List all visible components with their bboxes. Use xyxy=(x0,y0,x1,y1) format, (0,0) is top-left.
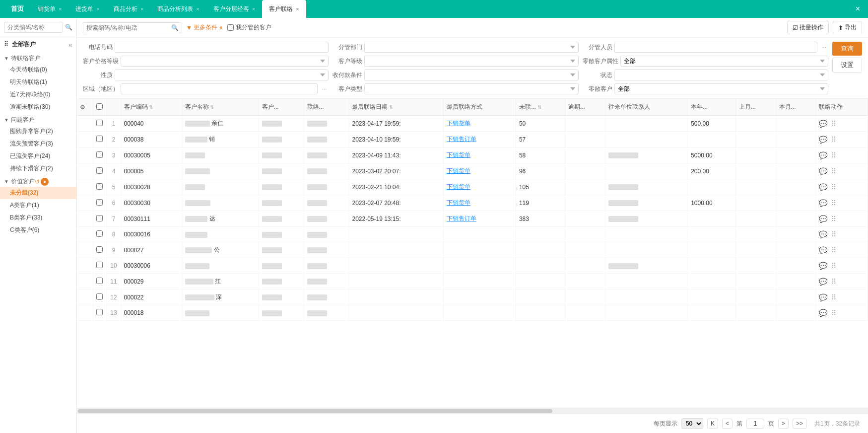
dept-select[interactable] xyxy=(364,42,578,53)
grid-action-icon[interactable]: ⠿ xyxy=(831,309,836,317)
comment-icon[interactable]: 💬 xyxy=(819,309,827,317)
price-grade-select[interactable] xyxy=(121,56,329,67)
contact-method-link[interactable]: 下销货单 xyxy=(447,199,470,206)
row-last-contact-method[interactable]: 下销货单 xyxy=(444,116,516,132)
row-checkbox-cell[interactable] xyxy=(93,274,107,289)
close-customer-contact-tab-icon[interactable]: × xyxy=(296,6,299,12)
person-input[interactable] xyxy=(614,42,817,53)
comment-icon[interactable]: 💬 xyxy=(819,278,827,286)
contact-method-link[interactable]: 下销售订单 xyxy=(447,215,476,222)
row-checkbox[interactable] xyxy=(96,262,103,268)
region-more-icon[interactable]: ··· xyxy=(320,85,329,92)
last-page-button[interactable]: >> xyxy=(793,419,806,429)
sidebar-search-icon[interactable]: 🔍 xyxy=(65,24,72,31)
my-customers-filter[interactable]: 我分管的客户 xyxy=(227,23,271,32)
row-last-contact-method[interactable] xyxy=(444,258,516,274)
page-number-input[interactable] xyxy=(746,419,764,429)
row-last-contact-method[interactable]: 下销货单 xyxy=(444,147,516,163)
window-close-button[interactable]: × xyxy=(852,4,864,13)
col-contact[interactable]: 联络... xyxy=(304,99,349,116)
row-checkbox-cell[interactable] xyxy=(93,211,107,227)
my-customers-checkbox[interactable] xyxy=(227,24,234,31)
comment-icon[interactable]: 💬 xyxy=(819,183,827,191)
first-page-button[interactable]: K xyxy=(707,419,718,429)
row-checkbox-cell[interactable] xyxy=(93,195,107,211)
row-checkbox[interactable] xyxy=(96,230,103,237)
grid-action-icon[interactable]: ⠿ xyxy=(831,151,836,159)
col-company-contact[interactable]: 往来单位联系人 xyxy=(605,99,687,116)
grid-action-icon[interactable]: ⠿ xyxy=(831,230,836,238)
col-uncontacted[interactable]: 未联... xyxy=(516,99,565,116)
customer-grade-select[interactable] xyxy=(364,56,578,67)
sidebar-item-hoard-abnormal[interactable]: 囤购异常客户(2) xyxy=(0,125,76,138)
row-checkbox[interactable] xyxy=(96,278,103,284)
toolbar-search-icon[interactable]: 🔍 xyxy=(171,24,179,31)
grid-action-icon[interactable]: ⠿ xyxy=(831,183,836,191)
close-product-analysis-tab-icon[interactable]: × xyxy=(140,6,143,12)
batch-ops-button[interactable]: ☑ 批量操作 xyxy=(787,21,829,34)
grid-action-icon[interactable]: ⠿ xyxy=(831,262,836,270)
collapse-button[interactable]: « xyxy=(68,41,72,49)
nav-tab-customer-contact[interactable]: 客户联络 × xyxy=(262,0,306,18)
col-overdue[interactable]: 逾期... xyxy=(565,99,605,116)
row-last-contact-method[interactable]: 下销货单 xyxy=(444,163,516,179)
contact-method-link[interactable]: 下销售订单 xyxy=(447,136,476,143)
row-last-contact-method[interactable] xyxy=(444,227,516,242)
prev-page-button[interactable]: < xyxy=(722,419,733,429)
nature-select[interactable] xyxy=(115,70,329,80)
col-settings[interactable]: ⚙ xyxy=(77,99,93,116)
row-checkbox-cell[interactable] xyxy=(93,116,107,132)
row-last-contact-method[interactable] xyxy=(444,242,516,258)
col-customer-name[interactable]: 客户名称 xyxy=(182,99,259,116)
comment-icon[interactable]: 💬 xyxy=(819,120,827,128)
row-checkbox-cell[interactable] xyxy=(93,132,107,147)
comment-icon[interactable]: 💬 xyxy=(819,167,827,175)
sidebar-item-class-c[interactable]: C类客户(6) xyxy=(0,224,76,236)
comment-icon[interactable]: 💬 xyxy=(819,246,827,254)
phone-input[interactable] xyxy=(115,42,329,53)
row-checkbox-cell[interactable] xyxy=(93,163,107,179)
contact-method-link[interactable]: 下销货单 xyxy=(447,183,470,190)
grid-action-icon[interactable]: ⠿ xyxy=(831,136,836,144)
close-sales-tab-icon[interactable]: × xyxy=(59,6,62,12)
sidebar-item-7day-pending[interactable]: 近7天待联络(0) xyxy=(0,88,76,101)
grid-action-icon[interactable]: ⠿ xyxy=(831,167,836,175)
scrollbar-thumb[interactable] xyxy=(78,409,552,413)
row-checkbox[interactable] xyxy=(96,309,103,315)
col-customer-type[interactable]: 客户... xyxy=(259,99,304,116)
reset-button[interactable]: 设置 xyxy=(832,58,862,72)
sidebar-item-ungroup[interactable]: 未分组(32) xyxy=(0,187,76,199)
row-checkbox-cell[interactable] xyxy=(93,289,107,305)
sidebar-item-class-b[interactable]: B类客户(33) xyxy=(0,212,76,224)
contact-method-link[interactable]: 下销货单 xyxy=(447,120,470,127)
row-checkbox-cell[interactable] xyxy=(93,305,107,321)
comment-icon[interactable]: 💬 xyxy=(819,199,827,207)
row-last-contact-method[interactable]: 下销售订单 xyxy=(444,132,516,147)
sidebar-all-customers[interactable]: ⠿ 全部客户 « xyxy=(0,37,76,52)
grid-action-icon[interactable]: ⠿ xyxy=(831,293,836,301)
more-conditions-button[interactable]: ▼ 更多条件 ∧ xyxy=(186,23,223,32)
customer-type-select[interactable] xyxy=(364,83,578,94)
row-checkbox[interactable] xyxy=(96,167,103,174)
col-customer-code[interactable]: 客户编码 xyxy=(121,99,182,116)
contact-method-link[interactable]: 下销货单 xyxy=(447,167,470,174)
person-more-icon[interactable]: ··· xyxy=(819,44,828,51)
comment-icon[interactable]: 💬 xyxy=(819,215,827,223)
per-page-select[interactable]: 50 xyxy=(681,418,703,429)
next-page-button[interactable]: > xyxy=(778,419,789,429)
row-checkbox-cell[interactable] xyxy=(93,242,107,258)
sidebar-item-churn-warning[interactable]: 流失预警客户(3) xyxy=(0,138,76,150)
row-checkbox-cell[interactable] xyxy=(93,258,107,274)
sidebar-item-churned[interactable]: 已流失客户(24) xyxy=(0,150,76,162)
grid-action-icon[interactable]: ⠿ xyxy=(831,215,836,223)
payment-select[interactable] xyxy=(364,70,578,80)
sidebar-item-today-pending[interactable]: 今天待联络(0) xyxy=(0,64,76,76)
region-input[interactable] xyxy=(121,83,318,94)
row-checkbox[interactable] xyxy=(96,136,103,142)
row-checkbox[interactable] xyxy=(96,183,103,190)
grid-action-icon[interactable]: ⠿ xyxy=(831,278,836,286)
comment-icon[interactable]: 💬 xyxy=(819,151,827,159)
sidebar-item-overdue-pending[interactable]: 逾期未联络(30) xyxy=(0,101,76,113)
settings-icon[interactable]: ⚙ xyxy=(80,104,85,111)
row-checkbox[interactable] xyxy=(96,293,103,300)
